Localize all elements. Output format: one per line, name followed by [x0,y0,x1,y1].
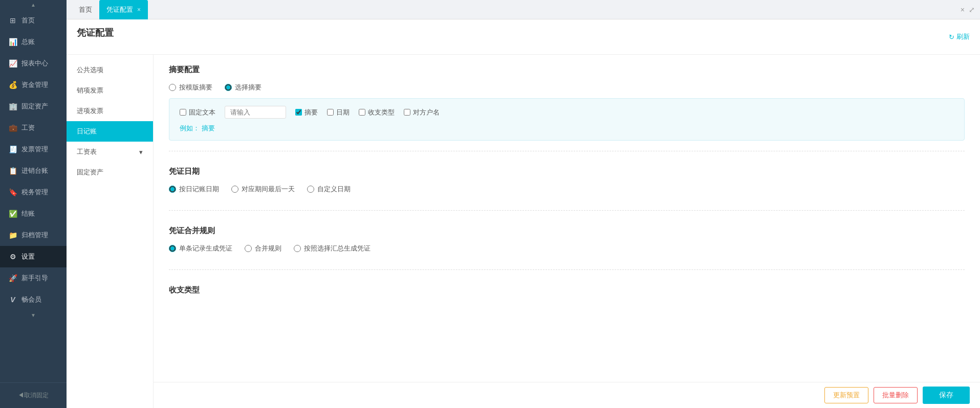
left-nav: 公共选项 销项发票 进项发票 日记账 工资表 ▾ 固定资产 [67,55,154,408]
sidebar-item-fixed-assets[interactable]: 🏢 固定资产 [0,96,67,117]
salary-icon: 💼 [8,124,17,132]
left-nav-public-options[interactable]: 公共选项 [67,60,153,80]
custom-date-option[interactable]: 自定义日期 [307,185,351,194]
select-summary-radio[interactable] [225,84,232,91]
income-type-section: 收支类型 [169,285,965,313]
sidebar-item-settlement[interactable]: ✅ 结账 [0,203,67,224]
example-text: 例如： 摘要 [180,124,954,133]
chevron-down-icon: ▾ [139,148,143,156]
single-record-option[interactable]: 单条记录生成凭证 [169,244,232,253]
select-merge-option[interactable]: 按照选择汇总生成凭证 [294,244,371,253]
voucher-date-radio-group: 按日记账日期 对应期间最后一天 自定义日期 [169,185,965,194]
sidebar-item-funds[interactable]: 💰 资金管理 [0,74,67,96]
select-merge-radio[interactable] [294,245,301,252]
tab-close-button[interactable]: × [137,6,141,13]
sidebar-pin-button[interactable]: ◀取消固定 [0,387,67,404]
by-journal-date-radio[interactable] [169,186,176,193]
sidebar-item-invoice-mgmt[interactable]: 🧾 发票管理 [0,139,67,160]
date-checkbox-option[interactable]: 日期 [327,108,350,117]
voucher-date-title: 凭证日期 [169,167,965,176]
template-summary-option[interactable]: 按模版摘要 [169,83,212,92]
archive-icon: 📁 [8,231,17,239]
merge-rule-option[interactable]: 合并规则 [245,244,281,253]
summary-radio-group: 按模版摘要 选择摘要 [169,83,965,92]
summary-config-section: 摘要配置 按模版摘要 选择摘要 [169,65,965,151]
sidebar-scroll-up[interactable]: ▲ [0,0,67,10]
fixed-assets-icon: 🏢 [8,102,17,110]
sidebar-item-archive[interactable]: 📁 归档管理 [0,224,67,246]
last-day-option[interactable]: 对应期间最后一天 [231,185,295,194]
merge-rule-radio[interactable] [245,245,252,252]
tab-bar: 首页 凭证配置 × × ⤢ [67,0,980,19]
left-nav-sales-invoice[interactable]: 销项发票 [67,80,153,101]
sidebar-item-vip[interactable]: V 畅会员 [0,289,67,310]
settings-icon: ⚙ [8,253,17,261]
sidebar-item-sales-ledger[interactable]: 📋 进销台账 [0,160,67,182]
refresh-button[interactable]: ↻ 刷新 [949,32,970,41]
main-area: 首页 凭证配置 × × ⤢ 凭证配置 ↻ 刷新 公共选项 销项发票 进 [67,0,980,408]
merge-rules-radio-group: 单条记录生成凭证 合并规则 按照选择汇总生成凭证 [169,244,965,253]
refresh-icon: ↻ [949,33,954,41]
left-nav-journal[interactable]: 日记账 [67,121,153,142]
by-journal-date-option[interactable]: 按日记账日期 [169,185,219,194]
page-title: 凭证配置 [77,27,114,39]
sidebar-item-salary[interactable]: 💼 工资 [0,117,67,139]
window-close-button[interactable]: × [961,6,965,14]
left-nav-payroll[interactable]: 工资表 ▾ [67,142,153,162]
window-controls: × ⤢ [961,6,975,14]
summary-config-box: 固定文本 摘要 日期 [169,98,965,141]
sidebar-item-reports[interactable]: 📈 报表中心 [0,53,67,74]
reports-icon: 📈 [8,59,17,67]
batch-delete-button[interactable]: 批量删除 [874,387,918,403]
merge-rules-title: 凭证合并规则 [169,226,965,236]
income-type-title: 收支类型 [169,285,965,295]
ledger-icon: 📊 [8,38,17,46]
last-day-radio[interactable] [231,186,238,193]
summary-config-title: 摘要配置 [169,65,965,75]
fixed-text-input[interactable] [225,106,286,119]
invoice-mgmt-icon: 🧾 [8,145,17,153]
counterparty-checkbox[interactable] [404,109,410,116]
income-type-checkbox-option[interactable]: 收支类型 [359,108,395,117]
merge-rules-section: 凭证合并规则 单条记录生成凭证 合并规则 按照选择汇总生成凭证 [169,226,965,270]
sidebar-item-ledger[interactable]: 📊 总账 [0,31,67,53]
sidebar-item-home[interactable]: ⊞ 首页 [0,10,67,31]
bottom-bar: 更新预置 批量删除 保存 [154,382,980,408]
template-summary-radio[interactable] [169,84,176,91]
tab-home[interactable]: 首页 [72,0,99,19]
counterparty-checkbox-option[interactable]: 对方户名 [404,108,440,117]
content-area: 公共选项 销项发票 进项发票 日记账 工资表 ▾ 固定资产 [67,55,980,408]
fixed-text-checkbox[interactable] [180,109,186,116]
left-nav-purchase-invoice[interactable]: 进项发票 [67,101,153,121]
single-record-radio[interactable] [169,245,176,252]
sidebar-item-guide[interactable]: 🚀 新手引导 [0,267,67,289]
summary-checkbox-option[interactable]: 摘要 [295,108,318,117]
sidebar-item-tax[interactable]: 🔖 税务管理 [0,182,67,203]
vip-icon: V [8,296,17,304]
income-type-checkbox[interactable] [359,109,365,116]
summary-options: 固定文本 摘要 日期 [180,106,954,119]
page-header: 凭证配置 ↻ 刷新 [67,19,980,55]
fixed-text-checkbox-option[interactable]: 固定文本 [180,108,215,117]
date-checkbox[interactable] [327,109,334,116]
sidebar-item-settings[interactable]: ⚙ 设置 [0,246,67,267]
custom-date-radio[interactable] [307,186,314,193]
right-content: 摘要配置 按模版摘要 选择摘要 [154,55,980,382]
home-icon: ⊞ [8,16,17,25]
summary-checkbox[interactable] [295,109,302,116]
select-summary-option[interactable]: 选择摘要 [225,83,262,92]
left-nav-fixed-assets[interactable]: 固定资产 [67,162,153,183]
tab-voucher-config[interactable]: 凭证配置 × [99,0,148,19]
sales-ledger-icon: 📋 [8,167,17,175]
sidebar-bottom: ◀取消固定 [0,382,67,408]
guide-icon: 🚀 [8,274,17,282]
sidebar-scroll-down[interactable]: ▼ [0,310,67,320]
voucher-date-section: 凭证日期 按日记账日期 对应期间最后一天 自定义日期 [169,167,965,211]
settlement-icon: ✅ [8,210,17,218]
window-expand-button[interactable]: ⤢ [969,6,975,14]
save-button[interactable]: 保存 [923,387,970,404]
funds-icon: 💰 [8,81,17,89]
tax-icon: 🔖 [8,188,17,196]
update-preview-button[interactable]: 更新预置 [824,387,868,403]
sidebar: ▲ ⊞ 首页 📊 总账 📈 报表中心 💰 资金管理 🏢 固定资产 💼 工资 🧾 … [0,0,67,408]
